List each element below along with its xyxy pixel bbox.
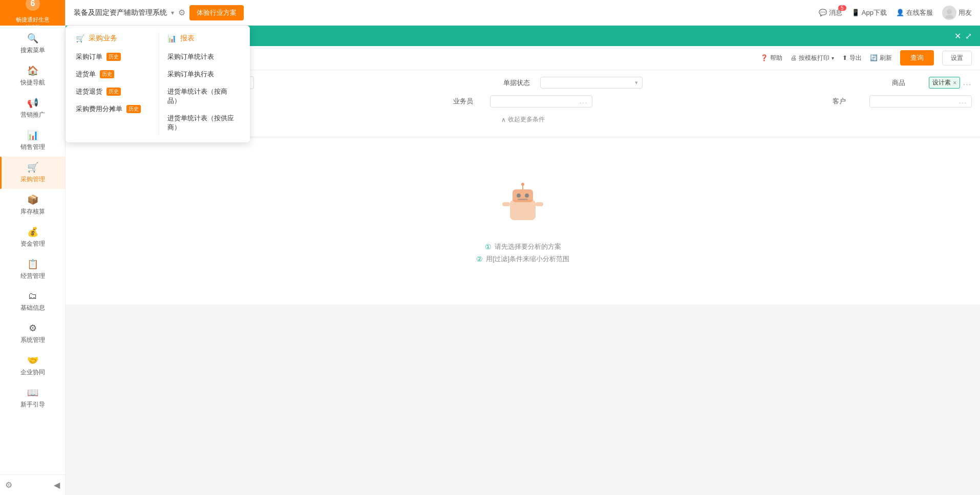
help-label: 帮助 (770, 54, 782, 62)
empty-state: ① 请先选择要分析的方案 ② 用[过滤]条件来缩小分析范围 (66, 138, 980, 305)
product-dots[interactable]: ... (963, 79, 972, 87)
empty-tip-text-1: 请先选择要分析的方案 (495, 242, 561, 251)
top-header: 装备及固定资产辅助管理系统 ▾ ⚙ 体验行业方案 💬 消息 5 📱 App下载 … (66, 0, 980, 26)
print-dropdown-arrow[interactable]: ▾ (832, 55, 834, 61)
svg-rect-5 (513, 189, 533, 202)
sidebar-settings-button[interactable]: ⚙ (5, 480, 12, 490)
sidebar-item-sales[interactable]: 📊 销售管理 (0, 124, 65, 157)
header-right: 💬 消息 5 📱 App下载 👤 在线客服 用友 (819, 6, 972, 20)
export-button[interactable]: ⬆ 导出 (842, 54, 862, 62)
system-dropdown-arrow[interactable]: ▾ (171, 9, 174, 16)
sidebar-collapse-button[interactable]: ◀ (54, 480, 60, 490)
sidebar-item-inventory[interactable]: 📦 库存核算 (0, 189, 65, 221)
sidebar-item-label: 快捷导航 (20, 78, 45, 87)
sidebar-item-marketing[interactable]: 📢 营销推广 (0, 92, 65, 124)
refresh-label: 刷新 (880, 54, 892, 62)
reports-section-title: 报表 (180, 34, 195, 43)
purchase-section-header: 🛒 采购业务 (72, 32, 153, 48)
sidebar-item-quicknav[interactable]: 🏠 快捷导航 (0, 60, 65, 92)
tip2-icon: ② (476, 255, 483, 263)
product-field-area: 设计素 × ... (929, 77, 972, 89)
sidebar-item-cooperation[interactable]: 🤝 企业协同 (0, 350, 65, 382)
customer-dots[interactable]: ... (959, 98, 967, 105)
header-settings-icon[interactable]: ⚙ (178, 8, 185, 17)
salesperson-field[interactable]: ... (490, 95, 592, 107)
tip1-icon: ① (485, 243, 492, 251)
home-icon: 🏠 (27, 65, 38, 76)
query-button[interactable]: 查询 (900, 50, 934, 66)
app-download-button[interactable]: 📱 App下载 (851, 8, 887, 17)
sidebar-bottom: ⚙ ◀ (0, 475, 65, 495)
user-menu-button[interactable]: 用友 (942, 6, 972, 20)
empty-icon (497, 179, 548, 232)
status-field[interactable]: ▾ (540, 77, 643, 89)
purchase-section-title: 采购业务 (89, 34, 117, 43)
settings-button[interactable]: 设置 (942, 51, 972, 66)
sidebar-item-label: 系统管理 (20, 336, 45, 345)
notification-icon: 💬 (819, 9, 827, 16)
product-tag: 设计素 × (929, 77, 960, 89)
svg-point-6 (517, 193, 521, 198)
sidebar-item-operation[interactable]: 📋 经营管理 (0, 253, 65, 286)
product-tag-text: 设计素 (932, 78, 951, 87)
svg-point-7 (525, 193, 529, 198)
sidebar-item-finance[interactable]: 💰 资金管理 (0, 221, 65, 253)
logo-icon: 6 (25, 0, 41, 15)
refresh-button[interactable]: 🔄 刷新 (870, 54, 892, 62)
service-icon: 👤 (896, 9, 904, 16)
menu-item-inbound-stats-supplier[interactable]: 进货单统计表（按供应商） (163, 110, 244, 136)
sidebar-item-basicinfo[interactable]: 🗂 基础信息 (0, 286, 65, 317)
customer-field[interactable]: ... (869, 95, 972, 107)
svg-point-2 (947, 9, 952, 14)
order-exec-label: 采购订单执行表 (167, 70, 214, 79)
purchase-section-icon: 🛒 (76, 34, 84, 42)
history-badge-inbound: 历史 (100, 70, 114, 78)
print-icon: 🖨 (791, 54, 797, 61)
user-label: 用友 (958, 8, 972, 17)
menu-section-purchase: 🛒 采购业务 采购订单 历史 进货单 历史 进货退货 历史 采购费用分摊单 历史 (66, 32, 159, 136)
sidebar-item-label: 基础信息 (20, 304, 45, 312)
export-icon: ⬆ (842, 54, 847, 61)
cooperation-icon: 🤝 (27, 355, 38, 366)
app-logo: 6 畅捷通好生意 标准版 (0, 0, 65, 26)
salesperson-dots[interactable]: ... (580, 98, 588, 105)
tab-close-icon[interactable]: ✕ (954, 31, 961, 41)
svg-point-3 (945, 15, 953, 18)
cost-allocation-label: 采购费用分摊单 (76, 104, 122, 114)
tab-maximize-icon[interactable]: ⤢ (965, 31, 972, 41)
system-title: 装备及固定资产辅助管理系统 (74, 8, 167, 17)
menu-item-inbound[interactable]: 进货单 历史 (72, 66, 153, 83)
sidebar-item-label: 营销推广 (20, 111, 45, 119)
system-icon: ⚙ (29, 322, 37, 334)
reports-section-header: 📊 报表 (163, 32, 244, 48)
online-service-button[interactable]: 👤 在线客服 (896, 8, 933, 17)
header-left: 装备及固定资产辅助管理系统 ▾ ⚙ 体验行业方案 (74, 5, 244, 20)
print-label: 按模板打印 (799, 54, 829, 62)
sidebar-item-system[interactable]: ⚙ 系统管理 (0, 317, 65, 350)
collapse-label: 收起更多条件 (508, 115, 545, 124)
sidebar-nav: 🔍 搜索菜单 🏠 快捷导航 📢 营销推广 📊 销售管理 🛒 采购管理 📦 库存核… (0, 26, 65, 475)
menu-item-purchase-order[interactable]: 采购订单 历史 (72, 48, 153, 66)
product-tag-close[interactable]: × (953, 79, 956, 87)
svg-rect-12 (518, 199, 528, 200)
customer-label: 客户 (833, 97, 863, 106)
product-label: 商品 (892, 78, 923, 88)
menu-item-order-stats[interactable]: 采购订单统计表 (163, 48, 244, 66)
notification-button[interactable]: 💬 消息 5 (819, 8, 842, 17)
inbound-stats-supplier-label: 进货单统计表（按供应商） (167, 114, 240, 132)
menu-item-order-exec[interactable]: 采购订单执行表 (163, 66, 244, 83)
menu-item-inbound-stats-product[interactable]: 进货单统计表（按商品） (163, 83, 244, 110)
return-label: 进货退货 (76, 87, 102, 96)
sidebar-item-purchase[interactable]: 🛒 采购管理 (0, 157, 65, 189)
help-button[interactable]: ❓ 帮助 (760, 54, 782, 62)
operation-icon: 📋 (27, 259, 38, 270)
search-icon: 🔍 (27, 33, 38, 44)
sidebar-item-search[interactable]: 🔍 搜索菜单 (0, 28, 65, 60)
menu-item-return[interactable]: 进货退货 历史 (72, 83, 153, 100)
sidebar-item-newuser[interactable]: 📖 新手引导 (0, 382, 65, 414)
industry-button[interactable]: 体验行业方案 (189, 5, 244, 20)
basicinfo-icon: 🗂 (28, 291, 37, 302)
purchase-icon: 🛒 (27, 162, 38, 173)
menu-item-cost-allocation[interactable]: 采购费用分摊单 历史 (72, 100, 153, 118)
print-button[interactable]: 🖨 按模板打印 ▾ (791, 54, 834, 62)
